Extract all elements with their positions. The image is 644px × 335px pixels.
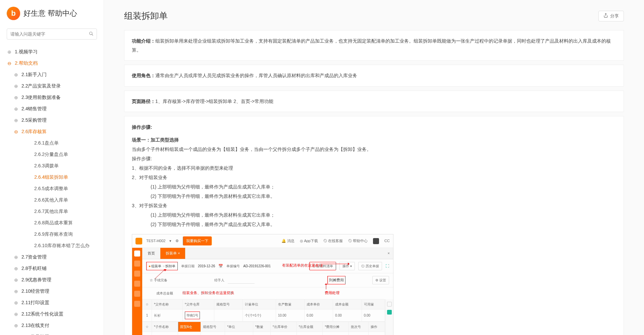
nav-2-6-10[interactable]: 2.6.10库存账本错了怎么办	[7, 240, 97, 252]
ss-bill-value: AD-20191226-001	[243, 263, 271, 269]
ss-radio-disassemble: 拆卸单	[163, 263, 175, 269]
nav-2-6-2[interactable]: 2.6.2分量盘点单	[7, 149, 97, 160]
nav-2-6[interactable]: ⊖2.6库存核算	[7, 126, 97, 137]
ss-side-tools	[385, 299, 393, 335]
svg-marker-8	[325, 283, 327, 285]
sub-steps-label: 操作步骤:	[132, 154, 616, 163]
ss-tab-active: 拆装单 ×	[160, 248, 185, 259]
home-icon	[134, 250, 140, 257]
ss-date-value: 2019-12-26	[198, 263, 215, 269]
nav-icon	[134, 271, 140, 277]
ss-setting-button: ⚙ 设置	[372, 276, 389, 284]
plus-icon: ⊕	[13, 289, 19, 294]
tool-icon	[387, 310, 392, 315]
plus-icon: ⊕	[13, 266, 19, 271]
svg-line-1	[92, 34, 93, 36]
nav-2-6-7[interactable]: 2.6.7其他出库单	[7, 206, 97, 217]
chevron-down-icon: ▾	[169, 237, 171, 244]
ss-service: ◎ 在线客服	[323, 237, 343, 244]
intro-card: 功能介绍：组装拆卸单用来处理企业组装或拆卸等加工业务，支持有固定装配清单的产品加…	[124, 30, 624, 61]
logo: b 好生意 帮助中心	[7, 7, 97, 20]
nav-2-7[interactable]: ⊕2.7资金管理	[7, 252, 97, 263]
ss-annotation-2: 组装业务、拆卸业务在这里切换	[182, 289, 234, 296]
nav-video-learning[interactable]: ⊕1.视频学习	[7, 46, 97, 58]
nav-2-1[interactable]: ⊕2.1新手入门	[7, 69, 97, 80]
nav-2-6-6[interactable]: 2.6.6其他入库单	[7, 194, 97, 206]
plus-icon: ⊕	[13, 72, 19, 77]
plus-icon: ⊕	[13, 312, 19, 317]
search-input[interactable]	[7, 29, 97, 40]
plus-icon: ⊕	[13, 118, 19, 123]
nav-2-6-8[interactable]: 2.6.8商品成本重算	[7, 217, 97, 229]
ss-sidenav	[132, 248, 142, 335]
nav-2-9[interactable]: ⊕2.9优惠券管理	[7, 274, 97, 286]
ss-user: CC	[384, 237, 390, 244]
plus-icon: ⊕	[13, 106, 19, 112]
nav-2-2[interactable]: ⊕2.2产品安装及登录	[7, 80, 97, 92]
ss-bill-label: 单据编号	[226, 263, 240, 269]
scene-title: 场景一：加工类型选择	[132, 135, 616, 145]
ss-maker-label: 经手人	[214, 277, 224, 283]
nav-2-6-5[interactable]: 2.6.5成本调整单	[7, 183, 97, 194]
step3-2: (2) 下部明细为子件明细，最终作为产成品生成其它入库单。	[132, 220, 616, 229]
share-icon	[603, 13, 608, 19]
nav-icon	[134, 281, 140, 287]
expand-icon: ⛶	[385, 263, 389, 270]
gear-icon: ⚙	[175, 237, 179, 244]
calendar-icon: 📅	[218, 263, 223, 270]
ss-try-button: 我要购买一下	[183, 236, 212, 245]
search-icon[interactable]	[89, 31, 94, 37]
ss-tab-home: 首页	[142, 248, 160, 259]
nav-help-docs[interactable]: ⊖2.帮助文档	[7, 58, 97, 69]
nav-2-13[interactable]: ⊕2.13在线支付	[7, 320, 97, 331]
ss-content: 首页 拆装单 × × 组装单 拆卸单 单据日期 2019-12-26 📅	[142, 248, 393, 335]
site-title: 好生意 帮助中心	[23, 8, 77, 18]
svg-marker-4	[348, 263, 350, 265]
ss-date-label: 单据日期	[181, 263, 195, 269]
nav-2-4[interactable]: ⊕2.4销售管理	[7, 103, 97, 115]
main-content: 组装拆卸单 分享 功能介绍：组装拆卸单用来处理企业组装或拆卸等加工业务，支持有固…	[104, 0, 644, 335]
path-card: 页面路径：1、库存核算->库存管理->组装拆卸单 2、首页->常用功能	[124, 91, 624, 112]
ss-annotation-3: 费用处理	[325, 289, 339, 296]
plus-icon: ⊕	[13, 323, 19, 328]
tool-icon	[387, 302, 392, 306]
sidebar: b 好生意 帮助中心 ⊕1.视频学习 ⊖2.帮助文档 ⊕2.1新手入门 ⊕2.2…	[0, 0, 104, 335]
nav-2-6-9[interactable]: 2.6.9库存账本查询	[7, 229, 97, 240]
bell-icon: 🔔 消息	[281, 237, 294, 244]
nav-2-3[interactable]: ⊕2.3使用前数据准备	[7, 92, 97, 103]
scene-desc: 当由多个子件材料组装成一个成品的业务为【组装】业务，当由一个父件拆分成多个子产品…	[132, 145, 616, 154]
nav-icon	[134, 291, 140, 297]
nav-icon	[134, 261, 140, 267]
nav-2-5[interactable]: ⊕2.5采购管理	[7, 115, 97, 126]
plus-icon: ⊕	[13, 83, 19, 89]
steps-card: 操作步骤: 场景一：加工类型选择 当由多个子件材料组装成一个成品的业务为【组装】…	[124, 116, 624, 335]
ss-child-table: ☆ *子件名称 国贸A仓 规格型号 *单位 *数量 *出库单价 *出库金额 *费	[142, 322, 385, 335]
close-icon: ×	[384, 248, 393, 259]
logo-icon: b	[7, 7, 20, 20]
plus-icon: ⊕	[13, 277, 19, 283]
role-card: 使用角色：通常由生产人员或库管人员完成拆装业务的操作，库管人员确认原材料的出库和…	[124, 65, 624, 87]
ss-cost-total-label: 成本总金额	[156, 290, 173, 296]
nav-2-11[interactable]: ⊕2.11打印设置	[7, 297, 97, 309]
page-title: 组装拆卸单	[124, 10, 168, 22]
avatar-icon	[373, 238, 379, 244]
nav-2-6-3[interactable]: 2.6.3调拨单	[7, 160, 97, 172]
plus-icon: ⊕	[13, 300, 19, 305]
ss-app: ◎ App下载	[300, 237, 318, 244]
nav-2-8[interactable]: ⊕2.8手机旺铺	[7, 263, 97, 274]
svg-point-0	[90, 32, 92, 35]
search-box	[7, 29, 97, 40]
ss-help: ◎ 帮助中心	[348, 237, 368, 244]
step3-1: (1) 上部明细为父件明细，最终作为原材料生成其它出库单；	[132, 210, 616, 220]
nav-2-12[interactable]: ⊕2.12系统个性化设置	[7, 309, 97, 320]
step1: 1、根据不同的业务，选择不同单据的类型来处理	[132, 163, 616, 173]
nav-2-6-1[interactable]: 2.6.1盘点单	[7, 137, 97, 149]
minus-icon: ⊖	[13, 129, 19, 134]
nav-icon	[134, 301, 140, 307]
minus-icon: ⊖	[7, 61, 12, 66]
share-button[interactable]: 分享	[598, 11, 624, 21]
nav-2-14[interactable]: ⊕2.14常见问题	[7, 331, 97, 335]
nav-2-10[interactable]: ⊕2.10经营管理	[7, 286, 97, 297]
ss-account: TEST-H002	[146, 237, 165, 244]
nav-2-6-4[interactable]: 2.6.4组装拆卸单	[7, 172, 97, 183]
